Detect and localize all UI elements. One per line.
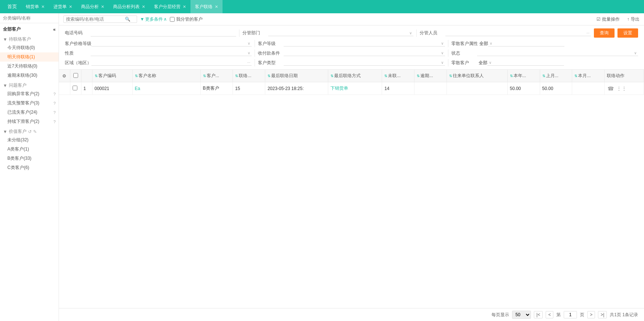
search-submit-icon[interactable]: 🔍: [125, 17, 130, 22]
sidebar-item-repurchase-abnormal[interactable]: 回购异常客户(2) ?: [0, 89, 59, 99]
row-contact-person: [447, 82, 508, 95]
th-type[interactable]: ⇅客户...: [200, 70, 233, 82]
sidebar: 🔍 全部客户 « ▼ 待联络客户 今天待联络(0) 明天待联络(1) 近7天待联…: [0, 13, 59, 321]
nav-home[interactable]: 首页: [3, 0, 21, 13]
th-contact[interactable]: ⇅联络...: [233, 70, 265, 82]
filter-person-select[interactable]: ···: [445, 30, 591, 36]
th-name[interactable]: ⇅客户名称: [132, 70, 200, 82]
filter-phone-input[interactable]: [91, 30, 236, 37]
th-last-method[interactable]: ⇅最后联络方式: [328, 70, 382, 82]
row-name: Ea: [132, 82, 200, 95]
nav-customer-tier[interactable]: 客户分层经营 ✕: [150, 0, 190, 13]
filter-retail-attr-select[interactable]: ∨: [488, 41, 565, 46]
row-checkbox[interactable]: [70, 82, 81, 95]
filter-dept-select[interactable]: ∨: [268, 30, 414, 36]
sidebar-item-7days-contact[interactable]: 近7天待联络(0): [0, 62, 59, 71]
filter-status: 状态 ∨: [451, 50, 638, 56]
row-select-checkbox[interactable]: [73, 86, 77, 90]
per-page-select[interactable]: 50 100 200: [512, 311, 531, 319]
filter-row-4: 区域（地区） ··· 客户类型 ∨ 零散客户: [65, 59, 638, 66]
filter-more-btn[interactable]: ▼ 更多条件 ∧: [140, 16, 167, 23]
prev-page-btn[interactable]: <: [546, 311, 553, 318]
last-method-link[interactable]: 下销货单: [330, 86, 348, 91]
nav-product-analysis[interactable]: 商品分析 ✕: [77, 0, 109, 13]
row-unlinkd: 14: [382, 82, 414, 95]
close-product-list-icon[interactable]: ✕: [142, 4, 145, 9]
nav-product-analysis-list[interactable]: 商品分析列表 ✕: [109, 0, 150, 13]
action-phone-icon[interactable]: ☎: [608, 86, 614, 92]
filter-region-select[interactable]: ···: [91, 60, 252, 66]
row-type: B类客户: [200, 82, 233, 95]
filter-customer-level-select[interactable]: ∨: [284, 41, 445, 46]
close-product-analysis-icon[interactable]: ✕: [101, 4, 104, 9]
search-bar: 🔍 ▼ 更多条件 ∧ 我分管的客户 ☑ 批量操作 ↑ 导出: [59, 13, 644, 25]
th-last-month[interactable]: ⇅上月...: [540, 70, 572, 82]
page-number-input[interactable]: [564, 311, 577, 318]
filter-retail-customer: 零散客户 全部 ∨: [451, 60, 638, 66]
my-customer-checkbox-wrap[interactable]: 我分管的客户: [170, 16, 203, 23]
query-btn[interactable]: 查询: [594, 28, 615, 38]
value-edit-icon[interactable]: ✎: [33, 129, 37, 134]
close-customer-tier-icon[interactable]: ✕: [183, 4, 186, 9]
th-checkbox[interactable]: [70, 70, 81, 82]
row-contact: 15: [233, 82, 265, 95]
nav-customer-contact[interactable]: 客户联络 ✕: [190, 0, 223, 13]
sidebar-item-today-contact[interactable]: 今天待联络(0): [0, 43, 59, 52]
th-last-date[interactable]: ⇅最后联络日期: [265, 70, 328, 82]
batch-operation-btn[interactable]: ☑ 批量操作: [596, 16, 620, 23]
th-unlinkd[interactable]: ⇅未联...: [382, 70, 414, 82]
my-customer-checkbox[interactable]: [170, 17, 175, 22]
sidebar-item-tomorrow-contact[interactable]: 明天待联络(1): [0, 52, 59, 62]
filter-retail-attr: 零散客户属性 全部 ∨: [451, 41, 638, 47]
customer-name-link[interactable]: Ea: [135, 86, 140, 91]
table-row: 1 000021 Ea B类客户 15 2023-05-23 18:25: 下销…: [59, 82, 644, 95]
reset-btn[interactable]: 设置: [617, 28, 638, 38]
filter-nature-select[interactable]: ∨: [91, 50, 252, 56]
filter-row-2: 客户价格等级 ∨ 客户等级 ∨ 零散客户属性: [65, 40, 638, 47]
sidebar-all-customers[interactable]: 全部客户 «: [0, 23, 59, 34]
sidebar-collapse-icon[interactable]: «: [53, 27, 56, 32]
select-all-checkbox[interactable]: [73, 73, 78, 78]
sidebar-item-b-class[interactable]: B类客户(33): [0, 154, 59, 163]
nav-sales[interactable]: 销货单 ✕: [21, 0, 49, 13]
nav-purchase[interactable]: 进货单 ✕: [49, 0, 77, 13]
filter-price-level-select[interactable]: ∨: [91, 41, 252, 46]
th-this-year[interactable]: ⇅本年...: [507, 70, 540, 82]
sidebar-item-ungrouped[interactable]: 未分组(32): [0, 135, 59, 145]
filter-payment-select[interactable]: ∨: [284, 50, 445, 56]
sidebar-item-continuous-decline[interactable]: 持续下滑客户(2) ?: [0, 117, 59, 126]
row-gear: [59, 82, 70, 95]
close-customer-contact-icon[interactable]: ✕: [215, 4, 218, 9]
filter-customer-type-select[interactable]: ∨: [284, 60, 445, 66]
sidebar-item-overdue-contact[interactable]: 逾期未联络(30): [0, 71, 59, 80]
search-input[interactable]: [66, 17, 125, 22]
filter-retail-customer-select[interactable]: ∨: [487, 60, 564, 66]
sidebar-search-input[interactable]: [3, 15, 58, 21]
sidebar-item-churn-warning[interactable]: 流失预警客户(3) ?: [0, 99, 59, 108]
filter-customer-type: 客户类型 ∨: [258, 60, 445, 66]
sidebar-item-churned[interactable]: 已流失客户(24) ?: [0, 108, 59, 117]
th-overdue[interactable]: ⇅逾期...: [414, 70, 447, 82]
action-more-icon[interactable]: ⋮⋮: [616, 86, 627, 92]
value-refresh-icon[interactable]: ↺: [28, 129, 32, 134]
th-code[interactable]: ⇅客户编码: [92, 70, 132, 82]
sort-last-date-icon: ⇅: [267, 74, 270, 78]
data-table-wrap: ⚙ ⇅客户编码 ⇅客户名称 ⇅客户... ⇅联络... ⇅最后联络日期 ⇅最后联…: [59, 70, 644, 308]
export-btn[interactable]: ↑ 导出: [627, 16, 640, 23]
filter-price-level: 客户价格等级 ∨: [65, 41, 252, 47]
th-this-month[interactable]: ⇅本月...: [572, 70, 605, 82]
sidebar-item-a-class[interactable]: A类客户(1): [0, 145, 59, 154]
first-page-btn[interactable]: |<: [534, 311, 543, 318]
row-last-month: 50.00: [540, 82, 572, 95]
customer-level-chevron-icon: ∨: [441, 41, 444, 45]
th-contact-person[interactable]: ⇅往来单位联系人: [447, 70, 508, 82]
filter-status-select[interactable]: ∨: [477, 50, 638, 56]
next-page-btn[interactable]: >: [587, 311, 595, 318]
sort-last-month-icon: ⇅: [542, 74, 545, 78]
close-purchase-icon[interactable]: ✕: [69, 4, 72, 9]
last-page-btn[interactable]: >|: [598, 311, 607, 318]
th-gear[interactable]: ⚙: [59, 70, 70, 82]
th-idx: [81, 70, 92, 82]
close-sales-icon[interactable]: ✕: [41, 4, 45, 9]
sidebar-item-c-class[interactable]: C类客户(6): [0, 163, 59, 172]
